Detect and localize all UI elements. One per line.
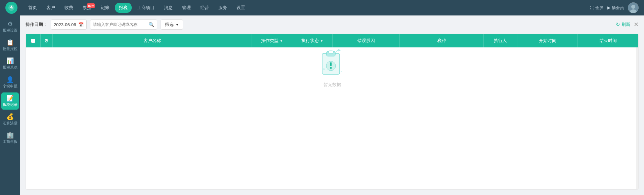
th-executor: 执行人 [484, 34, 517, 47]
sidebar-item-3[interactable]: 👤个税申报 [1, 74, 19, 91]
top-nav-right: ⛶ 全屏 ▶ 畅会员 [590, 2, 639, 13]
search-icon: 🔍 [148, 22, 154, 27]
search-wrap[interactable]: 🔍 [90, 20, 157, 30]
date-value: 2023-06-06 [54, 22, 76, 27]
th-tax: 税种 [400, 34, 484, 47]
sidebar-icon-3: 👤 [6, 77, 14, 83]
th-checkbox[interactable] [26, 34, 41, 47]
app-logo[interactable] [5, 2, 17, 14]
refresh-icon: ↻ [616, 22, 620, 28]
settings-icon: ⚙ [44, 38, 49, 43]
top-nav: 首页客户收费票据new记账报税工商项目消息管理经营服务设置 ⛶ 全屏 ▶ 畅会员 [0, 0, 644, 15]
svg-point-3 [631, 5, 635, 9]
search-input[interactable] [93, 22, 146, 27]
svg-point-10 [330, 67, 332, 69]
member-label: 畅会员 [612, 5, 624, 11]
nav-item-收费[interactable]: 收费 [60, 3, 77, 13]
th-endtime-label: 结束时间 [599, 38, 617, 44]
nav-item-票据[interactable]: 票据new [79, 3, 95, 13]
nav-item-消息[interactable]: 消息 [160, 3, 177, 13]
sidebar-label-2: 报税总览 [3, 65, 17, 70]
fullscreen-btn[interactable]: ⛶ 全屏 [590, 5, 603, 11]
fullscreen-icon: ⛶ [590, 5, 594, 10]
nav-item-设置[interactable]: 设置 [232, 3, 249, 13]
sidebar-icon-4: 📝 [6, 95, 14, 101]
sidebar-icon-2: 📊 [6, 58, 14, 64]
th-setting[interactable]: ⚙ [41, 34, 53, 47]
sidebar-item-2[interactable]: 📊报税总览 [1, 55, 19, 72]
sidebar-item-6[interactable]: 🏢工商年报 [1, 129, 19, 147]
sidebar-item-0[interactable]: ⚙报税设置 [1, 18, 19, 35]
th-customer-label: 客户名称 [143, 38, 161, 44]
date-label: 操作日期： [26, 22, 47, 28]
table-body: 暂无数据 [26, 47, 638, 189]
svg-point-13 [323, 68, 325, 70]
table-header: ⚙ 客户名称 操作类型 ▼ 执行状态 ▼ 错误股因 税种 [26, 34, 638, 47]
sidebar-label-0: 报税设置 [3, 28, 17, 33]
fullscreen-label: 全屏 [595, 5, 603, 11]
main-content: 操作日期： 2023-06-06 📅 🔍 筛选 ▼ ↻ 刷新 ✕ [20, 15, 644, 195]
sidebar-label-1: 批量报税 [3, 47, 17, 51]
nav-item-报税[interactable]: 报税 [115, 3, 132, 13]
sidebar-label-5: 汇算清缴 [3, 121, 17, 125]
main-layout: ⚙报税设置📋批量报税📊报税总览👤个税申报📝报税记录💰汇算清缴🏢工商年报 操作日期… [0, 15, 644, 195]
sidebar-item-4[interactable]: 📝报税记录 [1, 92, 19, 110]
th-starttime-label: 开始时间 [539, 38, 556, 44]
refresh-label: 刷新 [621, 22, 630, 28]
th-optype[interactable]: 操作类型 ▼ [252, 34, 292, 47]
empty-text: 暂无数据 [324, 82, 341, 88]
th-error: 错误股因 [333, 34, 400, 47]
nav-item-首页[interactable]: 首页 [24, 3, 41, 13]
th-tax-label: 税种 [437, 38, 446, 44]
th-endtime: 结束时间 [578, 34, 638, 47]
filter-button[interactable]: 筛选 ▼ [161, 20, 183, 30]
close-button[interactable]: ✕ [634, 22, 639, 28]
sidebar-label-6: 工商年报 [3, 140, 17, 144]
th-customer: 客户名称 [53, 34, 252, 47]
date-input-wrap[interactable]: 2023-06-06 📅 [51, 20, 87, 30]
svg-rect-9 [330, 62, 332, 66]
empty-state: 暂无数据 [26, 47, 638, 88]
play-icon: ▶ [607, 5, 610, 10]
svg-point-1 [11, 6, 12, 7]
member-btn[interactable]: ▶ 畅会员 [607, 5, 624, 11]
th-executor-label: 执行人 [494, 38, 507, 44]
badge-new: new [87, 3, 95, 8]
th-error-label: 错误股因 [357, 38, 375, 44]
sidebar: ⚙报税设置📋批量报税📊报税总览👤个税申报📝报税记录💰汇算清缴🏢工商年报 [0, 15, 20, 195]
sidebar-icon-5: 💰 [6, 114, 14, 120]
sidebar-icon-0: ⚙ [7, 21, 13, 27]
sidebar-icon-6: 🏢 [6, 132, 14, 138]
select-all-checkbox[interactable] [31, 39, 35, 43]
sidebar-label-4: 报税记录 [3, 103, 17, 107]
sidebar-icon-1: 📋 [6, 39, 14, 45]
refresh-button[interactable]: ↻ 刷新 [616, 22, 630, 28]
nav-item-记账[interactable]: 记账 [97, 3, 114, 13]
table-container: ⚙ 客户名称 操作类型 ▼ 执行状态 ▼ 错误股因 税种 [26, 34, 639, 190]
th-status-label: 执行状态 [301, 38, 319, 44]
nav-item-客户[interactable]: 客户 [42, 3, 59, 13]
sort-icon-optype: ▼ [280, 39, 283, 43]
sidebar-item-5[interactable]: 💰汇算清缴 [1, 111, 19, 128]
th-starttime: 开始时间 [517, 34, 578, 47]
nav-item-服务[interactable]: 服务 [214, 3, 231, 13]
svg-point-14 [341, 71, 342, 72]
nav-item-工商项目[interactable]: 工商项目 [133, 3, 159, 13]
chevron-down-icon: ▼ [176, 23, 179, 27]
scroll-indicator[interactable] [636, 47, 638, 189]
filter-label: 筛选 [165, 22, 174, 28]
nav-item-经营[interactable]: 经营 [196, 3, 213, 13]
sidebar-label-3: 个税申报 [3, 84, 17, 88]
user-avatar[interactable] [628, 2, 639, 13]
th-optype-label: 操作类型 [261, 38, 278, 44]
sort-icon-status: ▼ [320, 39, 324, 43]
th-status[interactable]: 执行状态 ▼ [292, 34, 333, 47]
toolbar: 操作日期： 2023-06-06 📅 🔍 筛选 ▼ ↻ 刷新 ✕ [20, 15, 644, 34]
svg-rect-7 [329, 51, 333, 53]
calendar-icon: 📅 [78, 22, 84, 27]
nav-items: 首页客户收费票据new记账报税工商项目消息管理经营服务设置 [24, 3, 590, 13]
sidebar-item-1[interactable]: 📋批量报税 [1, 37, 19, 54]
nav-item-管理[interactable]: 管理 [178, 3, 195, 13]
empty-icon [317, 47, 347, 78]
